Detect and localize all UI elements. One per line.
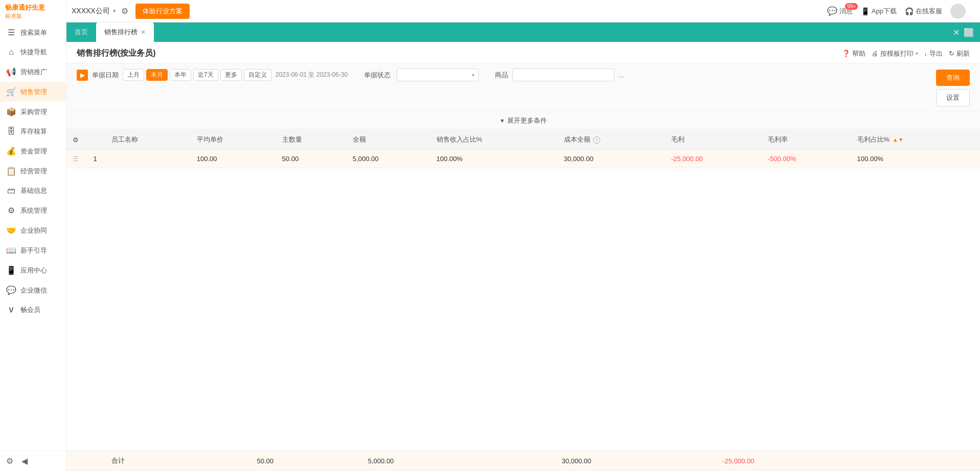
sidebar-item-apps[interactable]: 📱 应用中心 xyxy=(0,260,66,280)
col-qty: 主数量 xyxy=(276,130,347,150)
row-sales-pct: 100.00% xyxy=(430,150,558,168)
table-footer-row: 合计 50.00 5,000.00 30,000.00 -25,000.00 xyxy=(66,451,980,471)
sort-icon[interactable]: ▲▼ xyxy=(893,137,904,143)
logo-line1: 畅康通好生意 xyxy=(5,3,45,12)
sales-icon: 🛒 xyxy=(6,87,16,97)
sidebar-item-guide[interactable]: 📖 新手引导 xyxy=(0,240,66,260)
tab-maximize-icon[interactable]: ⬜ xyxy=(964,28,974,37)
footer-qty: 50.00 xyxy=(250,451,361,471)
footer-label: 合计 xyxy=(105,451,203,471)
help-btn[interactable]: ❓ 帮助 xyxy=(842,49,865,58)
tab-sales-ranking[interactable]: 销售排行榜 ✕ xyxy=(96,23,154,42)
sidebar-item-enterprise[interactable]: 🤝 企业协同 xyxy=(0,220,66,240)
sidebar-label-system: 系统管理 xyxy=(20,206,47,215)
page-title: 销售排行榜(按业务员) xyxy=(77,48,156,59)
search-icon: ☰ xyxy=(6,28,16,37)
row-gross-pct: 100.00% xyxy=(851,150,980,168)
sidebar-item-purchase[interactable]: 📦 采购管理 xyxy=(0,102,66,122)
sidebar-item-member[interactable]: V 畅会员 xyxy=(0,300,66,320)
filter-expand-toggle[interactable]: ▶ xyxy=(77,70,88,81)
company-name[interactable]: XXXXX公司 xyxy=(72,7,110,16)
print-dropdown-icon[interactable]: ▾ xyxy=(916,51,918,56)
sidebar-label-member: 畅会员 xyxy=(20,305,40,315)
date-range-display: 2023-06-01 至 2023-06-30 xyxy=(276,71,348,79)
sidebar-item-system[interactable]: ⚙ 系统管理 xyxy=(0,200,66,220)
member-icon: V xyxy=(6,306,16,314)
avatar[interactable] xyxy=(950,4,966,19)
sidebar-item-marketing[interactable]: 📢 营销推广 xyxy=(0,62,66,82)
col-amount: 全额 xyxy=(347,130,430,150)
row-settings[interactable]: ☰ xyxy=(66,150,85,168)
tab-close-all-icon[interactable]: ✕ xyxy=(953,28,960,37)
date-btn-custom[interactable]: 自定义 xyxy=(244,69,271,81)
operations-icon: 📋 xyxy=(6,166,16,176)
col-cost: 成本全额 i xyxy=(558,130,665,150)
sidebar-item-wechat[interactable]: 💬 企业微信 xyxy=(0,280,66,300)
date-btn-7days[interactable]: 近7天 xyxy=(193,69,218,81)
sidebar-item-sales[interactable]: 🛒 销售管理 xyxy=(0,82,66,102)
sidebar-collapse-icon[interactable]: ◀ xyxy=(21,456,28,466)
tab-close-icon[interactable]: ✕ xyxy=(141,29,146,36)
sidebar-label-inventory: 库存核算 xyxy=(20,127,47,136)
sidebar-item-inventory[interactable]: 🗄 库存核算 xyxy=(0,122,66,141)
date-btn-prev-month[interactable]: 上月 xyxy=(123,69,144,81)
query-button[interactable]: 查询 xyxy=(936,70,970,86)
trial-button[interactable]: 体验行业方案 xyxy=(135,4,190,19)
message-icon: 💬 xyxy=(827,6,837,16)
purchase-icon: 📦 xyxy=(6,107,16,117)
headset-icon: 🎧 xyxy=(905,7,914,15)
settings-icon[interactable]: ⚙ xyxy=(121,6,128,16)
footer-sales-pct xyxy=(508,451,555,471)
date-btn-more[interactable]: 更多 xyxy=(220,69,242,81)
sidebar-item-quicknav[interactable]: ⌂ 快捷导航 xyxy=(0,42,66,62)
app-icon: 📱 xyxy=(861,7,870,15)
sidebar-label-operations: 经营管理 xyxy=(20,167,47,176)
tab-home[interactable]: 首页 xyxy=(66,23,96,42)
expand-conditions-label: 展开更多条件 xyxy=(507,116,547,125)
refresh-btn[interactable]: ↻ 刷新 xyxy=(949,49,970,58)
inventory-icon: 🗄 xyxy=(6,127,16,136)
footer-gross-rate xyxy=(885,451,932,471)
print-icon: 🖨 xyxy=(872,50,878,57)
set-button[interactable]: 设置 xyxy=(936,89,970,106)
sidebar-label-finance: 资金管理 xyxy=(20,147,47,156)
app-download-btn[interactable]: 📱 App下载 xyxy=(861,7,897,16)
status-filter-label: 单据状态 xyxy=(364,71,391,80)
status-filter-select[interactable] xyxy=(397,69,478,81)
goods-filter-input[interactable] xyxy=(512,69,614,81)
col-settings[interactable]: ⚙ xyxy=(66,130,85,150)
cost-info-icon[interactable]: i xyxy=(593,137,600,144)
sidebar-bottom-settings-icon[interactable]: ⚙ xyxy=(6,456,13,466)
col-gross: 毛利 xyxy=(665,130,762,150)
message-badge: 99+ xyxy=(845,3,858,10)
row-name xyxy=(105,150,191,168)
row-rank: 1 xyxy=(85,150,105,168)
expand-conditions-btn[interactable]: ▼ 展开更多条件 xyxy=(499,116,547,125)
date-btn-this-month[interactable]: 本月 xyxy=(146,69,168,81)
sidebar-label-purchase: 采购管理 xyxy=(20,107,47,117)
sidebar-item-search[interactable]: ☰ 搜索菜单 xyxy=(0,23,66,42)
home-icon: ⌂ xyxy=(6,48,16,57)
sidebar-item-basic-info[interactable]: 🗃 基础信息 xyxy=(0,181,66,200)
date-btn-this-year[interactable]: 本年 xyxy=(170,69,191,81)
sidebar-item-operations[interactable]: 📋 经营管理 xyxy=(0,161,66,181)
col-gross-pct: 毛利占比% ▲▼ xyxy=(851,130,980,150)
footer-avg-price xyxy=(203,451,250,471)
sidebar-label-sales: 销售管理 xyxy=(20,87,47,97)
table-row: ☰ 1 100.00 50.00 5,000.00 100.00% 30,000… xyxy=(66,150,980,168)
sidebar-label-search: 搜索菜单 xyxy=(20,28,47,37)
sidebar-label-basic-info: 基础信息 xyxy=(20,186,47,195)
print-btn[interactable]: 🖨 按模板打印 ▾ xyxy=(872,49,918,58)
message-btn[interactable]: 💬 消息 99+ xyxy=(827,6,853,16)
enterprise-icon: 🤝 xyxy=(6,226,16,235)
company-dropdown-icon[interactable]: ▾ xyxy=(113,8,116,14)
sidebar-item-finance[interactable]: 💰 资金管理 xyxy=(0,141,66,161)
export-btn[interactable]: ↓ 导出 xyxy=(924,49,943,58)
row-gross-rate: -500.00% xyxy=(762,150,851,168)
online-service-btn[interactable]: 🎧 在线客服 xyxy=(905,7,942,16)
guide-icon: 📖 xyxy=(6,245,16,255)
footer-gross-pct xyxy=(933,451,980,471)
goods-more-btn[interactable]: ... xyxy=(619,71,624,79)
col-settings-icon[interactable]: ⚙ xyxy=(73,136,79,144)
logo-line2: 标准版 xyxy=(5,12,22,20)
